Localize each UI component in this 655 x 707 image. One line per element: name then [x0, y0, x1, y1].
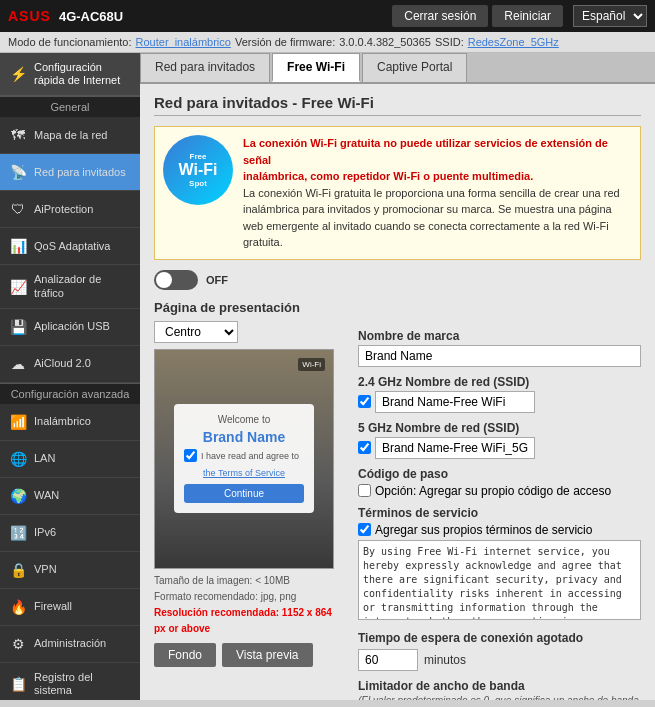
- warning-line2: inalámbrica, como repetidor Wi-Fi o puen…: [243, 170, 533, 182]
- info-text: La conexión Wi-Fi gratuita no puede util…: [243, 135, 632, 251]
- toggle-state-label: OFF: [206, 274, 228, 286]
- sidebar-item-wan[interactable]: 🌍 WAN: [0, 478, 140, 515]
- toggle-knob: [156, 272, 172, 288]
- analizador-icon: 📈: [8, 277, 28, 297]
- tab-red-invitados[interactable]: Red para invitados: [140, 53, 270, 82]
- timeout-label: Tiempo de espera de conexión agotado: [358, 631, 641, 645]
- content-area: Red para invitados Free Wi-Fi Captive Po…: [140, 53, 655, 700]
- mode-link[interactable]: Router_inalámbrico: [136, 36, 231, 48]
- image-format-label: Formato recomendado: jpg, png: [154, 589, 344, 605]
- preview-checkbox[interactable]: [184, 449, 197, 462]
- preview-continue-button[interactable]: Continue: [184, 484, 304, 503]
- preview-terms-link[interactable]: the Terms of Service: [203, 468, 285, 478]
- quick-internet-icon: ⚡: [8, 64, 28, 84]
- sidebar-item-registro[interactable]: 📋 Registro del sistema: [0, 663, 140, 700]
- sidebar-item-firewall[interactable]: 🔥 Firewall: [0, 589, 140, 626]
- sidebar-item-ipv6-label: IPv6: [34, 526, 132, 539]
- ssid-5-row: [358, 437, 641, 459]
- background-button[interactable]: Fondo: [154, 643, 216, 667]
- terms-label: Términos de servicio: [358, 506, 641, 520]
- sidebar-quick-internet[interactable]: ⚡ Configuración rápida de Internet: [0, 53, 140, 96]
- language-select[interactable]: Español English: [573, 5, 647, 27]
- sidebar-item-mapa[interactable]: 🗺 Mapa de la red: [0, 117, 140, 154]
- terms-textarea[interactable]: By using Free Wi-Fi internet service, yo…: [358, 540, 641, 620]
- sidebar-advanced-section: Configuración avanzada: [0, 383, 140, 404]
- sidebar-general-section: General: [0, 96, 140, 117]
- wifi-spot-icon: Free Wi-Fi Spot: [163, 135, 233, 205]
- vpn-icon: 🔒: [8, 560, 28, 580]
- preview-button[interactable]: Vista previa: [222, 643, 312, 667]
- sidebar-item-aicloud[interactable]: ☁ AiCloud 2.0: [0, 346, 140, 383]
- spot-label: Spot: [189, 179, 207, 188]
- wifi-icon: Wi-Fi: [179, 161, 218, 179]
- sidebar-item-red-invitados[interactable]: 📡 Red para invitados: [0, 154, 140, 191]
- terms-checkbox-label: Agregar sus propios términos de servicio: [375, 523, 592, 537]
- preview-left: Centro Izquierda Derecha Welcome to Bran…: [154, 321, 344, 701]
- sidebar-item-qos-label: QoS Adaptativa: [34, 240, 132, 253]
- preview-welcome: Welcome to: [184, 414, 304, 425]
- form-fields: Nombre de marca 2.4 GHz Nombre de red (S…: [358, 321, 641, 701]
- warning-text: La conexión Wi-Fi gratuita no puede util…: [243, 137, 608, 182]
- sidebar-item-mapa-label: Mapa de la red: [34, 129, 132, 142]
- asus-logo: ASUS: [8, 8, 51, 24]
- inalambrico-icon: 📶: [8, 412, 28, 432]
- sidebar-item-aiprotection[interactable]: 🛡 AiProtection: [0, 191, 140, 228]
- preview-brand: Brand Name: [184, 429, 304, 445]
- sidebar-item-analizador[interactable]: 📈 Analizador de tráfico: [0, 265, 140, 308]
- sidebar-item-registro-label: Registro del sistema: [34, 671, 132, 697]
- sidebar-item-red-invitados-label: Red para invitados: [34, 166, 132, 179]
- sidebar-item-usb-label: Aplicación USB: [34, 320, 132, 333]
- ssid-5-label: 5 GHz Nombre de red (SSID): [358, 421, 641, 435]
- ssid-label: SSID:: [435, 36, 464, 48]
- position-select[interactable]: Centro Izquierda Derecha: [154, 321, 238, 343]
- ipv6-icon: 🔢: [8, 523, 28, 543]
- preview-checkbox-row: I have read and agree to: [184, 449, 304, 462]
- sidebar-item-usb[interactable]: 💾 Aplicación USB: [0, 309, 140, 346]
- quick-internet-label: Configuración rápida de Internet: [34, 61, 132, 87]
- timeout-unit: minutos: [424, 653, 466, 667]
- sidebar-item-qos[interactable]: 📊 QoS Adaptativa: [0, 228, 140, 265]
- tab-free-wifi[interactable]: Free Wi-Fi: [272, 53, 360, 82]
- presentation-section-title: Página de presentación: [154, 300, 641, 315]
- image-info: Tamaño de la imagen: < 10MB Formato reco…: [154, 573, 344, 637]
- sidebar: ⚡ Configuración rápida de Internet Gener…: [0, 53, 140, 700]
- wan-icon: 🌍: [8, 486, 28, 506]
- version-value: 3.0.0.4.382_50365: [339, 36, 431, 48]
- sidebar-item-lan[interactable]: 🌐 LAN: [0, 441, 140, 478]
- sidebar-item-inalambrico[interactable]: 📶 Inalámbrico: [0, 404, 140, 441]
- preview-layout: Centro Izquierda Derecha Welcome to Bran…: [154, 321, 641, 701]
- model-name: 4G-AC68U: [59, 9, 123, 24]
- timeout-row: minutos: [358, 649, 641, 671]
- timeout-input[interactable]: [358, 649, 418, 671]
- ssid-24-input[interactable]: [375, 391, 535, 413]
- firewall-icon: 🔥: [8, 597, 28, 617]
- ssid-value[interactable]: RedesZone_5GHz: [468, 36, 559, 48]
- toggle-row: OFF: [154, 270, 641, 290]
- access-code-checkbox[interactable]: [358, 484, 371, 497]
- ssid-5-checkbox[interactable]: [358, 441, 371, 454]
- ssid-24-checkbox[interactable]: [358, 395, 371, 408]
- brand-name-input[interactable]: [358, 345, 641, 367]
- sidebar-item-aicloud-label: AiCloud 2.0: [34, 357, 132, 370]
- bandwidth-label: Limitador de ancho de banda: [358, 679, 641, 693]
- registro-icon: 📋: [8, 674, 28, 694]
- sidebar-item-firewall-label: Firewall: [34, 600, 132, 613]
- preview-card: Welcome to Brand Name I have read and ag…: [174, 404, 314, 513]
- position-dropdown-row: Centro Izquierda Derecha: [154, 321, 344, 343]
- preview-checkbox-label: I have read and agree to: [201, 451, 299, 461]
- terms-checkbox[interactable]: [358, 523, 371, 536]
- sidebar-item-vpn[interactable]: 🔒 VPN: [0, 552, 140, 589]
- terms-textarea-wrapper: By using Free Wi-Fi internet service, yo…: [358, 540, 641, 623]
- top-bar: ASUS 4G-AC68U Cerrar sesión Reiniciar Es…: [0, 0, 655, 32]
- firmware-bar: Modo de funcionamiento: Router_inalámbri…: [0, 32, 655, 53]
- page-content: Red para invitados - Free Wi-Fi Free Wi-…: [140, 84, 655, 700]
- cerrar-sesion-button[interactable]: Cerrar sesión: [392, 5, 488, 27]
- sidebar-item-ipv6[interactable]: 🔢 IPv6: [0, 515, 140, 552]
- tab-captive-portal[interactable]: Captive Portal: [362, 53, 467, 82]
- sidebar-item-vpn-label: VPN: [34, 563, 132, 576]
- freewifi-toggle[interactable]: [154, 270, 198, 290]
- sidebar-item-admin[interactable]: ⚙ Administración: [0, 626, 140, 663]
- reiniciar-button[interactable]: Reiniciar: [492, 5, 563, 27]
- brand-name-label: Nombre de marca: [358, 329, 641, 343]
- ssid-5-input[interactable]: [375, 437, 535, 459]
